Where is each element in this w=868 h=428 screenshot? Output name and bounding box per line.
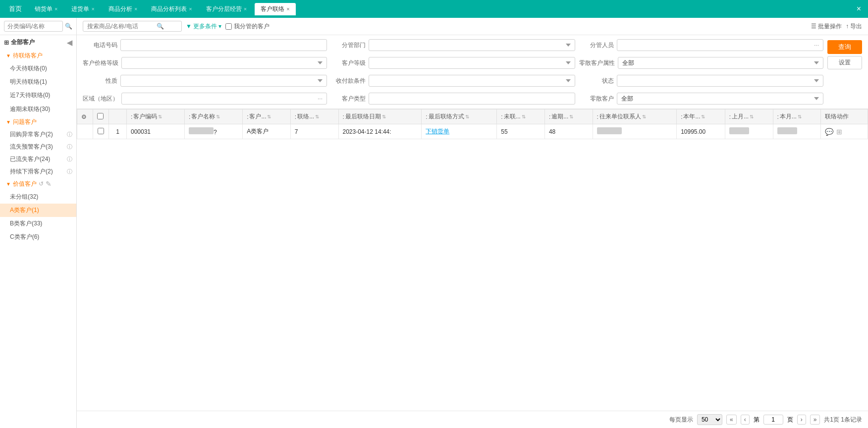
- edit-icon[interactable]: ✎: [46, 180, 52, 188]
- filter-more-btn[interactable]: ▼ 更多条件 ▾: [186, 22, 221, 31]
- row-select-checkbox[interactable]: [98, 128, 104, 134]
- filter-row-4: 区域（地区） ··· 客户类型 零散客户: [83, 93, 823, 105]
- sidebar-group-problem[interactable]: ▼ 问题客户: [0, 116, 76, 128]
- filter-phone-input[interactable]: [120, 39, 327, 51]
- sidebar-search-icon[interactable]: 🔍: [65, 23, 72, 30]
- nav-tab-customer-contact[interactable]: 客户联络 ×: [255, 3, 295, 15]
- col-name-header[interactable]: : 客户名称 ⇅: [185, 109, 243, 124]
- next-page-btn[interactable]: ›: [797, 415, 806, 425]
- nav-tab-sales[interactable]: 销货单 ×: [29, 3, 63, 15]
- select-all-checkbox[interactable]: [97, 113, 104, 119]
- close-all-btn[interactable]: ×: [854, 3, 864, 14]
- filter-type-input[interactable]: [369, 93, 575, 105]
- filter-payment-select[interactable]: [369, 75, 575, 87]
- page-size-select[interactable]: 50 20 100: [697, 414, 722, 425]
- col-uncontacted-header[interactable]: : 未联... ⇅: [497, 109, 545, 124]
- sidebar-group-value[interactable]: ▼ 价值客户 ↺ ✎: [0, 178, 76, 190]
- sidebar-group-pending[interactable]: ▼ 待联络客户: [0, 50, 76, 62]
- close-tab-analysis-list[interactable]: ×: [189, 6, 192, 12]
- close-tab-customer-contact[interactable]: ×: [286, 6, 289, 12]
- sidebar-search-input[interactable]: [4, 21, 63, 32]
- prev-page-btn[interactable]: ‹: [741, 415, 750, 425]
- sidebar-item-c-class[interactable]: C类客户(6): [0, 230, 76, 244]
- nav-tab-customer-segment[interactable]: 客户分层经营 ×: [200, 3, 253, 15]
- filter-nature-select[interactable]: [120, 75, 327, 87]
- export-btn[interactable]: ↑ 导出: [846, 22, 862, 31]
- page-input[interactable]: [763, 415, 783, 425]
- search-button[interactable]: 🔍: [157, 23, 164, 30]
- bulk-op-btn[interactable]: ☰ 批量操作: [811, 22, 842, 31]
- sidebar-item-tomorrow[interactable]: 明天待联络(1): [0, 75, 76, 89]
- close-tab-purchase[interactable]: ×: [91, 6, 94, 12]
- filter-manager-btn[interactable]: ···: [617, 39, 823, 51]
- refresh-icon[interactable]: ↺: [39, 180, 44, 187]
- query-button[interactable]: 查询: [827, 40, 862, 54]
- row-last-method[interactable]: 下销货单: [422, 124, 497, 139]
- my-customers-label[interactable]: 我分管的客户: [225, 22, 270, 31]
- filter-row-3: 性质 收付款条件 状态: [83, 75, 823, 87]
- row-checkbox[interactable]: [93, 124, 109, 139]
- filter-scatter-select[interactable]: 全部: [618, 57, 823, 69]
- col-last-method-header[interactable]: : 最后联络方式 ⇅: [422, 109, 497, 124]
- first-page-btn[interactable]: «: [726, 415, 737, 425]
- filter-status-select[interactable]: [617, 75, 823, 87]
- filter-level-select[interactable]: [369, 57, 575, 69]
- col-level-header[interactable]: : 客户... ⇅: [243, 109, 291, 124]
- sidebar-collapse-btn[interactable]: ◀: [67, 39, 72, 47]
- col-overdue-header[interactable]: : 逾期... ⇅: [544, 109, 593, 124]
- close-tab-customer-segment[interactable]: ×: [244, 6, 247, 12]
- col-this-month-header[interactable]: : 本月... ⇅: [773, 109, 821, 124]
- arrow-icon-3: ▼: [6, 181, 11, 187]
- sidebar-item-overdue[interactable]: 逾期未联络(30): [0, 103, 76, 116]
- toolbar: 🔍 ▼ 更多条件 ▾ 我分管的客户 ☰ 批量操作 ↑ 导出: [77, 18, 868, 35]
- col-last-month-header[interactable]: : 上月... ⇅: [725, 109, 773, 124]
- row-this-month: [773, 124, 821, 139]
- action-qr-icon[interactable]: ⊞: [836, 128, 842, 136]
- col-this-year-header[interactable]: : 本年... ⇅: [677, 109, 725, 124]
- filter-region-label: 区域（地区）: [83, 95, 118, 103]
- settings-button[interactable]: 设置: [827, 56, 862, 69]
- sidebar-item-abnormal[interactable]: 回购异常客户(2) ⓘ: [0, 128, 76, 141]
- filter-dept-select[interactable]: [369, 39, 575, 51]
- filter-scatter-attr: 零散客户属性 全部: [579, 57, 823, 69]
- col-prev-contact-header[interactable]: : 往来单位联系人 ⇅: [593, 109, 677, 124]
- last-page-btn[interactable]: »: [810, 415, 820, 425]
- data-table: ⚙ : 客户编码 ⇅ : 客户名称 ⇅ : 客户... ⇅ : 联络... ⇅ …: [77, 109, 868, 139]
- all-customers-header[interactable]: ⊞ 全部客户 ◀: [0, 35, 76, 50]
- col-checkbox-header[interactable]: [93, 109, 109, 124]
- info-icon-1: ⓘ: [67, 131, 72, 138]
- nav-home[interactable]: 首页: [4, 2, 27, 15]
- close-tab-sales[interactable]: ×: [54, 6, 57, 12]
- filter-nature-label: 性质: [83, 77, 117, 85]
- sidebar-item-today[interactable]: 今天待联络(0): [0, 62, 76, 75]
- filter-level-label: 客户等级: [331, 59, 366, 67]
- bulk-op-icon: ☰: [811, 23, 816, 30]
- row-action: 💬 ⊞: [821, 124, 868, 139]
- sidebar-item-churned[interactable]: 已流失客户(24) ⓘ: [0, 153, 76, 165]
- action-chat-icon[interactable]: 💬: [825, 128, 833, 136]
- sidebar-item-churn-warn[interactable]: 流失预警客户(3) ⓘ: [0, 141, 76, 153]
- filter-phone: 电话号码: [83, 39, 327, 51]
- sidebar-item-declining[interactable]: 持续下滑客户(2) ⓘ: [0, 165, 76, 178]
- search-input[interactable]: [87, 23, 157, 30]
- col-settings[interactable]: ⚙: [77, 109, 93, 124]
- filter-scatter-cust-select[interactable]: 全部: [617, 93, 823, 105]
- filter-price-select[interactable]: [121, 57, 327, 69]
- sidebar-item-ungrouped[interactable]: 未分组(32): [0, 190, 76, 204]
- col-code-header[interactable]: : 客户编码 ⇅: [127, 109, 185, 124]
- sidebar-item-b-class[interactable]: B类客户(33): [0, 217, 76, 230]
- col-contact-header[interactable]: : 联络... ⇅: [290, 109, 338, 124]
- sidebar-item-a-class[interactable]: A类客户(1): [0, 204, 76, 217]
- filter-region-btn[interactable]: ···: [121, 93, 327, 105]
- nav-tab-analysis-list[interactable]: 商品分析列表 ×: [145, 3, 198, 15]
- nav-tab-purchase[interactable]: 进货单 ×: [65, 3, 100, 15]
- grid-icon: ⊞: [4, 39, 9, 46]
- filter-scatter-cust-label: 零散客户: [579, 95, 614, 103]
- total-info: 共1页 1条记录: [824, 416, 862, 424]
- close-tab-analysis[interactable]: ×: [134, 6, 137, 12]
- nav-tab-analysis[interactable]: 商品分析 ×: [103, 3, 143, 15]
- filter-scatter-label: 零散客户属性: [579, 59, 615, 67]
- col-last-date-header[interactable]: : 最后联络日期 ⇅: [338, 109, 422, 124]
- my-customers-checkbox[interactable]: [225, 23, 232, 30]
- sidebar-item-7days[interactable]: 近7天待联络(0): [0, 89, 76, 102]
